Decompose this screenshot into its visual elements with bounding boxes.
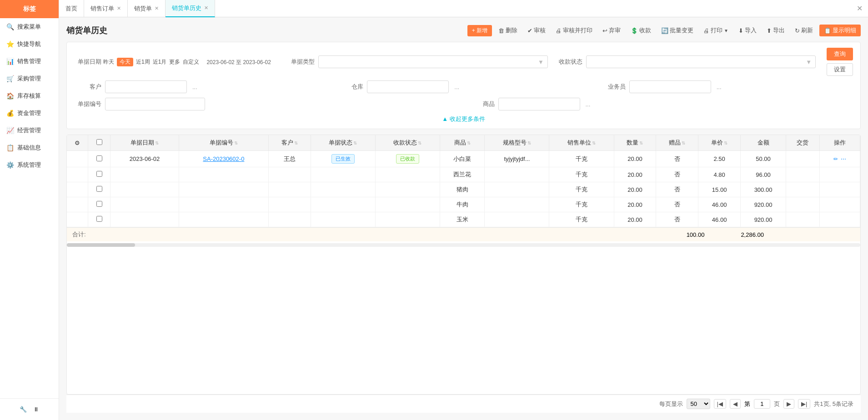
sort-spec-icon[interactable]: ⇅: [527, 140, 531, 145]
th-checkbox[interactable]: [88, 135, 110, 151]
first-page-button[interactable]: |◀: [714, 399, 726, 409]
filter-row-1: 单据日期 昨天 今天 近1周 近1月 更多 自定义 2023-06-02 至 2…: [74, 48, 853, 76]
customer-dots[interactable]: ...: [192, 84, 197, 90]
warehouse-dots[interactable]: ...: [454, 84, 459, 90]
th-gear[interactable]: ⚙: [67, 135, 88, 151]
cell-doc-status: [311, 197, 375, 212]
date-shortcut-month[interactable]: 近1月: [153, 58, 167, 66]
next-page-button[interactable]: ▶: [783, 399, 794, 409]
import-button[interactable]: ⬇ 导入: [735, 25, 760, 36]
date-shortcut-custom[interactable]: 自定义: [183, 58, 199, 66]
batch-change-icon: 🔄: [661, 27, 668, 34]
sidebar-item-sys-mgmt[interactable]: ⚙️ 系统管理: [0, 156, 59, 174]
sidebar-item-quick-nav[interactable]: ⭐ 快捷导航: [0, 35, 59, 53]
cell-gift: 否: [656, 167, 698, 182]
last-page-button[interactable]: ▶|: [798, 399, 810, 409]
batch-change-button[interactable]: 🔄 批量变更: [657, 25, 697, 36]
sort-doc-no-icon[interactable]: ⇅: [234, 140, 238, 145]
pause-icon[interactable]: ⏸: [33, 406, 39, 413]
collapse-arrow-icon: ▲: [442, 115, 449, 122]
sort-price-icon[interactable]: ⇅: [724, 140, 728, 145]
salesperson-input[interactable]: [629, 80, 711, 93]
edit-button[interactable]: ✏: [832, 156, 839, 162]
sidebar-item-search-menu[interactable]: 🔍 搜索菜单: [0, 18, 59, 35]
chart-icon: 📊: [6, 58, 14, 65]
goods-label: 商品: [467, 100, 495, 108]
sidebar-item-sales-mgmt[interactable]: 📊 销售管理: [0, 53, 59, 70]
settings-icon[interactable]: 🔧: [20, 406, 27, 413]
delete-button[interactable]: 🗑 删除: [495, 25, 521, 36]
collect-button[interactable]: 💲 收款: [627, 25, 655, 36]
collect-status-select[interactable]: ▼: [586, 55, 816, 68]
date-shortcut-week[interactable]: 近1周: [136, 58, 150, 66]
customer-input[interactable]: [105, 80, 187, 93]
cell-goods: 猪肉: [440, 182, 485, 197]
close-sales-order-icon[interactable]: ✕: [117, 5, 121, 11]
query-button[interactable]: 查询: [827, 48, 853, 60]
main-content: 首页 销售订单 ✕ 销货单 ✕ 销货单历史 ✕ ✕ 销货单历史 + 新增 🗑 删…: [59, 0, 868, 420]
cell-spec: [485, 182, 549, 197]
discard-button[interactable]: ↩ 弃审: [599, 25, 624, 36]
salesperson-dots[interactable]: ...: [717, 84, 722, 90]
scrollbar-thumb[interactable]: [67, 243, 135, 247]
sort-doc-status-icon[interactable]: ⇅: [353, 140, 357, 145]
tab-sales-history[interactable]: 销货单历史 ✕: [166, 0, 215, 17]
audit-print-button[interactable]: 🖨 审核并打印: [552, 25, 596, 36]
sort-unit-icon[interactable]: ⇅: [592, 140, 596, 145]
cell-checkbox[interactable]: [88, 151, 110, 167]
sidebar-item-inventory[interactable]: 🏠 库存核算: [0, 87, 59, 105]
more-action-button[interactable]: ⋯: [839, 156, 848, 162]
date-shortcut-yesterday[interactable]: 昨天: [103, 58, 114, 66]
new-button[interactable]: + 新增: [467, 25, 492, 36]
sort-customer-icon[interactable]: ⇅: [294, 140, 298, 145]
column-gear-icon[interactable]: ⚙: [75, 140, 80, 146]
cell-unit: 千克: [549, 197, 614, 212]
date-shortcut-today[interactable]: 今天: [117, 58, 133, 66]
tab-home[interactable]: 首页: [59, 0, 84, 17]
select-all-checkbox[interactable]: [96, 139, 102, 145]
cell-checkbox[interactable]: [88, 212, 110, 227]
cell-unit: 千克: [549, 212, 614, 227]
set-button[interactable]: 设置: [827, 63, 853, 76]
cell-goods: 玉米: [440, 212, 485, 227]
close-all-tabs-button[interactable]: ✕: [851, 4, 868, 13]
sort-qty-icon[interactable]: ⇅: [639, 140, 643, 145]
sidebar-item-purchase-mgmt[interactable]: 🛒 采购管理: [0, 70, 59, 87]
date-shortcuts: 昨天 今天 近1周 近1月 更多 自定义: [103, 58, 199, 66]
tab-home-label: 首页: [65, 5, 77, 13]
warehouse-input[interactable]: [367, 80, 449, 93]
cell-doc-no: [179, 212, 268, 227]
cell-checkbox[interactable]: [88, 197, 110, 212]
goods-dots[interactable]: ...: [586, 101, 591, 108]
cell-amount: 300.00: [741, 182, 786, 197]
goods-input[interactable]: [498, 98, 580, 110]
show-detail-button[interactable]: 📋 显示明细: [819, 25, 861, 36]
print-button[interactable]: 🖨 打印 ▼: [700, 25, 732, 36]
prev-page-button[interactable]: ◀: [730, 399, 741, 409]
filter-collapse-button[interactable]: ▲ 收起更多条件: [74, 115, 853, 123]
audit-button[interactable]: ✔ 审核: [524, 25, 549, 36]
refresh-button[interactable]: ↻ 刷新: [791, 25, 817, 36]
doc-type-select[interactable]: ▼: [318, 55, 548, 68]
sort-collect-status-icon[interactable]: ⇅: [418, 140, 421, 145]
export-button[interactable]: ⬆ 导出: [763, 25, 788, 36]
sidebar-item-ops-mgmt[interactable]: 📈 经营管理: [0, 122, 59, 139]
sidebar-item-basic-info[interactable]: 📋 基础信息: [0, 139, 59, 156]
close-sales-goods-icon[interactable]: ✕: [155, 5, 159, 11]
sort-gift-icon[interactable]: ⇅: [682, 140, 685, 145]
cell-checkbox[interactable]: [88, 182, 110, 197]
tab-sales-order[interactable]: 销售订单 ✕: [84, 0, 128, 17]
cell-checkbox[interactable]: [88, 167, 110, 182]
cell-transaction: [786, 151, 820, 167]
sort-doc-date-icon[interactable]: ⇅: [155, 140, 159, 145]
doc-no-input[interactable]: [105, 98, 205, 110]
sort-goods-icon[interactable]: ⇅: [467, 140, 471, 145]
page-number-input[interactable]: [754, 399, 770, 409]
cell-customer: [268, 182, 311, 197]
page-size-select[interactable]: 50 100 200: [687, 399, 710, 409]
close-sales-history-icon[interactable]: ✕: [204, 5, 208, 11]
date-shortcut-more[interactable]: 更多: [169, 58, 180, 66]
sidebar-item-finance-mgmt[interactable]: 💰 资金管理: [0, 105, 59, 122]
tab-sales-goods[interactable]: 销货单 ✕: [128, 0, 166, 17]
horizontal-scrollbar[interactable]: [67, 243, 860, 247]
